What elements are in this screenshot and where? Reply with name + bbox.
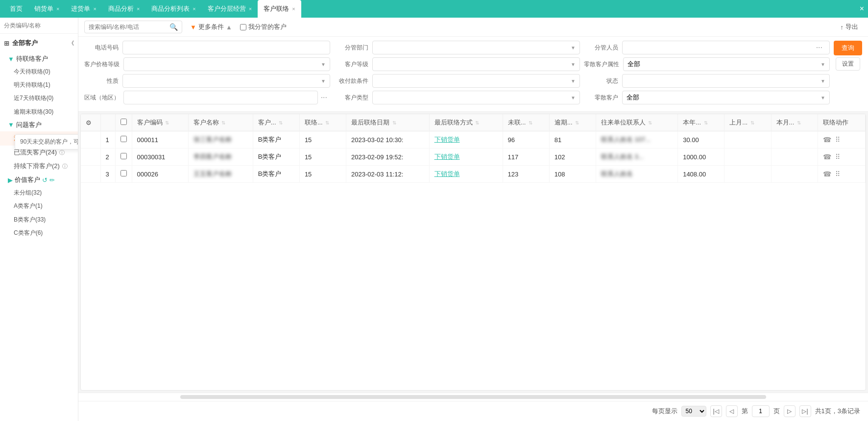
row1-checkbox[interactable] xyxy=(121,136,127,142)
search-wrapper: 🔍 xyxy=(84,21,182,33)
col-header-overdue[interactable]: 逾期... ⇅ xyxy=(549,114,596,131)
row1-more-icon[interactable]: ⠿ xyxy=(835,136,840,144)
sidebar-search-bar: 🔍 xyxy=(0,18,78,34)
row1-this-month xyxy=(771,131,818,149)
col-header-liaison[interactable]: 往来单位联系人 ⇅ xyxy=(596,114,677,131)
row2-checkbox[interactable] xyxy=(121,153,127,159)
phone-input[interactable] xyxy=(122,41,330,54)
row1-liaison: 联系人姓名 107... xyxy=(596,131,677,149)
row3-checkbox[interactable] xyxy=(121,170,127,176)
col-header-contacts[interactable]: 联络... ⇅ xyxy=(299,114,346,131)
first-page-button[interactable]: |◁ xyxy=(710,405,722,417)
my-customers-checkbox-label[interactable]: 我分管的客户 xyxy=(240,23,287,31)
page-size-label: 每页显示 xyxy=(652,407,677,416)
sidebar-item-class-a[interactable]: A类客户(1) xyxy=(0,199,78,213)
col-header-year[interactable]: 本年... ⇅ xyxy=(678,114,724,131)
close-product-analysis-icon[interactable]: × xyxy=(137,6,140,12)
region-dots-icon[interactable]: ··· xyxy=(318,93,330,102)
sidebar-group-value-customers[interactable]: ▶ 价值客户 ↺ ✏ xyxy=(0,173,78,186)
settings-gear-icon[interactable]: ⚙ xyxy=(86,119,92,126)
status-select[interactable]: ▼ xyxy=(622,74,830,88)
tab-customer-tier[interactable]: 客户分层经营 × xyxy=(202,0,258,18)
table-settings-header[interactable]: ⚙ xyxy=(81,114,100,131)
row3-more-icon[interactable]: ⠿ xyxy=(835,170,840,178)
dept-select[interactable]: ▼ xyxy=(372,41,580,54)
sidebar-item-tomorrow-contact[interactable]: 明天待联络(1) xyxy=(0,78,78,92)
settings-button[interactable]: 设置 xyxy=(836,57,860,71)
export-button[interactable]: ↑ 导出 xyxy=(837,21,863,33)
select-all-checkbox[interactable] xyxy=(121,119,127,125)
person-select[interactable]: ··· xyxy=(622,41,830,54)
edit-icon[interactable]: ✏ xyxy=(49,176,55,184)
customer-type-select[interactable]: ▼ xyxy=(372,91,580,104)
row3-last-method[interactable]: 下销货单 xyxy=(429,166,503,183)
sidebar-item-week-contact[interactable]: 近7天待联络(0) xyxy=(0,92,78,105)
main-search-button[interactable]: 🔍 xyxy=(169,23,178,31)
zero-customer-select[interactable]: 全部 ▼ xyxy=(622,91,830,104)
price-level-select[interactable]: ▼ xyxy=(123,57,330,71)
main-search-input[interactable] xyxy=(89,24,169,30)
phone-label: 电话号码 xyxy=(84,44,119,52)
last-page-button[interactable]: ▷| xyxy=(799,405,811,417)
tab-sales-order[interactable]: 销货单 × xyxy=(28,0,65,18)
col-header-last-method[interactable]: 最后联络方式 ⇅ xyxy=(429,114,503,131)
col-header-last-month[interactable]: 上月... ⇅ xyxy=(724,114,771,131)
close-product-analysis-list-icon[interactable]: × xyxy=(193,6,195,12)
tab-product-analysis-list[interactable]: 商品分析列表 × xyxy=(145,0,201,18)
sidebar-item-today-contact[interactable]: 今天待联络(0) xyxy=(0,65,78,78)
row2-last-method[interactable]: 下销货单 xyxy=(429,149,503,166)
tab-customer-contact[interactable]: 客户联络 × xyxy=(258,0,301,18)
row2-more-icon[interactable]: ⠿ xyxy=(835,153,840,161)
sidebar-group-pending-contact[interactable]: ▼ 待联络客户 xyxy=(0,52,78,65)
sidebar-search-input[interactable] xyxy=(4,22,77,29)
next-page-button[interactable]: ▷ xyxy=(784,405,796,417)
refresh-icon[interactable]: ↺ xyxy=(42,176,48,184)
col-header-type[interactable]: 客户... ⇅ xyxy=(253,114,299,131)
close-purchase-order-icon[interactable]: × xyxy=(93,6,96,12)
gender-select[interactable]: ▼ xyxy=(122,74,330,88)
sidebar-all-customers-title[interactable]: ⊞ 全部客户 《 xyxy=(0,36,78,50)
table-check-header[interactable] xyxy=(115,114,132,131)
col-header-this-month[interactable]: 本月... ⇅ xyxy=(771,114,818,131)
page-size-select[interactable]: 50 100 200 xyxy=(681,406,706,417)
col-header-last-date[interactable]: 最后联络日期 ⇅ xyxy=(346,114,429,131)
row3-check[interactable] xyxy=(115,166,132,183)
close-customer-contact-icon[interactable]: × xyxy=(292,6,295,12)
col-header-name[interactable]: 客户名称 ⇅ xyxy=(188,114,253,131)
sidebar-item-class-b[interactable]: B类客户(33) xyxy=(0,213,78,226)
row2-liaison: 联系人姓名 3... xyxy=(596,149,677,166)
zero-attr-select[interactable]: 全部 ▼ xyxy=(623,57,830,71)
tab-purchase-order[interactable]: 进货单 × xyxy=(65,0,102,18)
row2-check[interactable] xyxy=(115,149,132,166)
close-sales-order-icon[interactable]: × xyxy=(56,6,59,12)
sidebar-item-declining[interactable]: 持续下滑客户(2) ⓘ xyxy=(0,159,78,173)
col-header-action: 联络动作 xyxy=(818,114,865,131)
col-header-code[interactable]: 客户编码 ⇅ xyxy=(132,114,188,131)
page-number-input[interactable] xyxy=(752,405,770,417)
more-conditions-button[interactable]: ▼ 更多条件 ▲ xyxy=(186,21,236,33)
person-dots-icon[interactable]: ··· xyxy=(813,43,825,52)
sidebar-group-problem-customers[interactable]: ▼ 问题客户 xyxy=(0,119,78,131)
close-customer-tier-icon[interactable]: × xyxy=(249,6,252,12)
row1-last-method[interactable]: 下销货单 xyxy=(429,131,503,149)
col-header-uncontacted[interactable]: 未联... ⇅ xyxy=(503,114,549,131)
sidebar-item-unclassified[interactable]: 未分组(32) xyxy=(0,186,78,199)
row1-check[interactable] xyxy=(115,131,132,149)
sidebar-item-overdue-contact[interactable]: 逾期未联络(30) xyxy=(0,105,78,119)
row2-name: 李四客户名称 xyxy=(188,149,253,166)
query-button[interactable]: 查询 xyxy=(834,41,862,55)
region-select[interactable] xyxy=(123,91,318,104)
horizontal-scrollbar[interactable] xyxy=(180,395,766,399)
home-tab[interactable]: 首页 xyxy=(4,4,28,13)
prev-page-button[interactable]: ◁ xyxy=(726,405,738,417)
payment-select[interactable]: ▼ xyxy=(372,74,580,88)
row2-contact-icon[interactable]: ☎ xyxy=(823,153,831,161)
sidebar-item-class-c[interactable]: C类客户(6) xyxy=(0,226,78,240)
row3-contact-icon[interactable]: ☎ xyxy=(823,170,831,178)
row2-contacts: 15 xyxy=(299,149,346,166)
close-all-button[interactable]: × xyxy=(860,4,864,13)
customer-level-select[interactable]: ▼ xyxy=(372,57,580,71)
row1-contact-icon[interactable]: ☎ xyxy=(823,136,831,144)
my-customers-checkbox[interactable] xyxy=(240,24,246,30)
tab-product-analysis[interactable]: 商品分析 × xyxy=(102,0,145,18)
